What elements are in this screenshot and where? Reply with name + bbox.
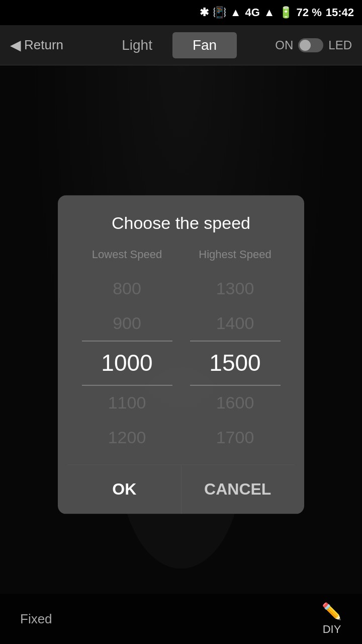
lowest-item-800[interactable]: 800 xyxy=(82,271,172,306)
lowest-speed-label: Lowest Speed xyxy=(92,248,162,261)
lowest-speed-picker[interactable]: 800 900 1000 1100 1200 xyxy=(82,271,172,454)
battery-percent: 72 % xyxy=(297,6,322,19)
toggle-thumb xyxy=(300,40,311,51)
top-navigation: ◀ Return Light Fan ON LED xyxy=(0,25,362,65)
lowest-speed-column: Lowest Speed 800 900 1000 1100 1200 xyxy=(82,248,172,454)
modal-buttons: OK CANCEL xyxy=(68,465,294,514)
signal-bars-icon: ▲ xyxy=(230,6,241,19)
status-bar: ✱ 📳 ▲ 4G ▲ 🔋 72 % 15:42 xyxy=(0,0,362,25)
highest-item-1400[interactable]: 1400 xyxy=(190,306,281,341)
speed-picker-modal: Choose the speed Lowest Speed 800 900 10… xyxy=(58,195,304,514)
return-button[interactable]: ◀ Return xyxy=(10,37,63,53)
bottom-bar: Fixed ✏️ DIY xyxy=(0,594,362,644)
time-display: 15:42 xyxy=(326,6,354,19)
toggle-on-label: ON xyxy=(275,38,293,52)
tab-fan[interactable]: Fan xyxy=(172,32,237,58)
nav-right-controls: ON LED xyxy=(275,38,352,52)
led-label: LED xyxy=(328,38,352,52)
return-icon: ◀ xyxy=(10,37,21,53)
highest-speed-picker[interactable]: 1300 1400 1500 1600 1700 xyxy=(190,271,281,454)
tab-light[interactable]: Light xyxy=(102,32,172,58)
picker-container: Lowest Speed 800 900 1000 1100 1200 High… xyxy=(68,248,294,454)
cancel-button[interactable]: CANCEL xyxy=(182,465,295,514)
diy-label: DIY xyxy=(323,623,341,636)
highest-item-1300[interactable]: 1300 xyxy=(190,271,281,306)
diy-button[interactable]: ✏️ DIY xyxy=(322,602,342,636)
led-toggle[interactable] xyxy=(298,38,323,52)
fixed-label: Fixed xyxy=(20,611,52,627)
lowest-item-1100[interactable]: 1100 xyxy=(82,385,172,420)
nav-tabs: Light Fan xyxy=(102,32,237,58)
signal-arrow-icon: ▲ xyxy=(264,6,275,19)
background-scene: Choose the speed Lowest Speed 800 900 10… xyxy=(0,65,362,644)
bluetooth-icon: ✱ xyxy=(200,6,209,19)
modal-title: Choose the speed xyxy=(68,213,294,233)
highest-item-1500[interactable]: 1500 xyxy=(190,341,281,385)
ok-button[interactable]: OK xyxy=(68,465,182,514)
pencil-icon: ✏️ xyxy=(322,602,342,621)
lowest-item-1200[interactable]: 1200 xyxy=(82,420,172,455)
battery-icon: 🔋 xyxy=(279,6,293,19)
highest-speed-label: Highest Speed xyxy=(199,248,271,261)
return-label: Return xyxy=(24,37,63,53)
vibrate-icon: 📳 xyxy=(213,6,226,19)
lowest-item-900[interactable]: 900 xyxy=(82,306,172,341)
highest-speed-column: Highest Speed 1300 1400 1500 1600 1700 xyxy=(190,248,281,454)
highest-item-1700[interactable]: 1700 xyxy=(190,420,281,455)
highest-item-1600[interactable]: 1600 xyxy=(190,385,281,420)
network-type: 4G xyxy=(245,6,259,19)
lowest-item-1000[interactable]: 1000 xyxy=(82,341,172,385)
